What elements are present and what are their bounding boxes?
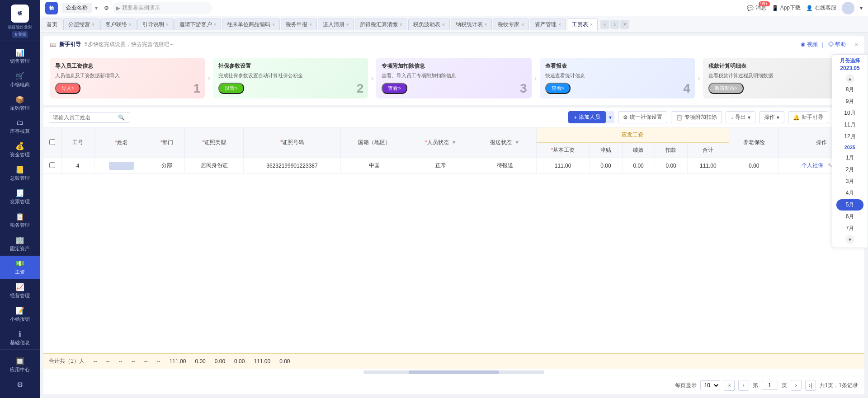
employee-search[interactable]: 🔍 [49, 112, 130, 123]
tab-asset-mgmt-close[interactable]: × [558, 22, 561, 27]
search-icon[interactable]: 🔍 [118, 114, 125, 121]
month-up-btn[interactable]: ▲ [845, 74, 854, 83]
tab-product-code-close[interactable]: × [272, 22, 275, 27]
sidebar-item-basic[interactable]: ℹ 基础信息 [0, 326, 40, 349]
sidebar-item-settings[interactable]: ⚙ [0, 377, 40, 393]
user-avatar[interactable] [842, 2, 854, 14]
horizontal-scrollbar[interactable] [43, 369, 864, 376]
page-next-btn[interactable]: › [791, 380, 802, 391]
sidebar-item-ledger[interactable]: 📒 总账管理 [0, 162, 40, 185]
tab-salary[interactable]: 工资表 × [567, 19, 598, 31]
company-selector[interactable]: 企业名称 ▾ [61, 3, 98, 13]
tab-next-btn[interactable]: › [610, 20, 619, 29]
sidebar-item-sales[interactable]: 📊 销售管理 [0, 45, 40, 68]
sidebar-item-finance[interactable]: 💰 资金管理 [0, 138, 40, 162]
tab-tax-calc-close[interactable]: × [400, 22, 402, 27]
sidebar-item-report[interactable]: 📝 小畅报销 [0, 303, 40, 326]
settings-btn[interactable]: ⚙ [104, 5, 109, 11]
social-setting-btn[interactable]: ⚙ 统一社保设置 [618, 111, 667, 123]
search-input[interactable] [53, 114, 116, 121]
company-dropdown-icon[interactable]: ▾ [95, 5, 98, 11]
tab-clear-close[interactable]: × [346, 22, 349, 27]
sidebar-item-operation[interactable]: 📈 经营管理 [0, 279, 40, 303]
month-past-10[interactable]: 10月 [836, 108, 863, 119]
month-1[interactable]: 1月 [836, 152, 863, 164]
month-6[interactable]: 6月 [836, 211, 863, 222]
sidebar-item-salary[interactable]: 💵 工资 [0, 256, 40, 279]
tab-invite[interactable]: 邀请下游客户 × [175, 19, 222, 30]
tab-product-code[interactable]: 往来单位商品编码 × [222, 19, 280, 30]
tab-tax-calc[interactable]: 所得税汇算清缴 × [355, 19, 407, 30]
guide-help-link[interactable]: ◎ 帮助 [828, 41, 846, 48]
tab-guide[interactable]: 引导说明 × [137, 19, 174, 30]
sidebar-item-purchase[interactable]: 📦 采购管理 [0, 92, 40, 115]
guide-video-link[interactable]: ◉ 视频 [801, 41, 817, 48]
month-7[interactable]: 7月 [836, 223, 863, 234]
tab-prev-btn[interactable]: ‹ [600, 20, 609, 29]
status-filter-icon[interactable]: ▼ [451, 139, 457, 145]
page-size-select[interactable]: 10 20 50 [700, 380, 720, 390]
month-past-9[interactable]: 9月 [836, 96, 863, 107]
user-name-btn[interactable]: ▾ [860, 5, 863, 11]
tab-tax-stats[interactable]: 纳税统计表 × [451, 19, 492, 30]
add-employee-dropdown-btn[interactable]: ▾ [606, 111, 614, 123]
month-4[interactable]: 4月 [836, 187, 863, 199]
scroll-thumb[interactable] [409, 370, 499, 374]
sidebar-item-inventory[interactable]: 🗂 库存核算 [0, 115, 40, 138]
step-5-btn[interactable]: 敬请期待> [708, 83, 744, 94]
sidebar-item-assets[interactable]: 🏢 固定资产 [0, 232, 40, 256]
step-4-btn[interactable]: 查看> [545, 83, 571, 94]
month-3[interactable]: 3月 [836, 176, 863, 187]
tab-tax-expert-close[interactable]: × [521, 22, 524, 27]
tab-tax-report[interactable]: 税务申报 × [281, 19, 317, 30]
online-service-btn[interactable]: 👤 在线客服 [806, 4, 836, 12]
select-all-checkbox[interactable] [49, 139, 55, 145]
tab-tax-expert[interactable]: 税收专家 × [493, 19, 529, 30]
app-download-btn[interactable]: 📱 App下载 [772, 4, 801, 12]
sidebar-item-invoice[interactable]: 🧾 发票管理 [0, 185, 40, 209]
month-past-12[interactable]: 12月 [836, 131, 863, 142]
message-btn[interactable]: 💬 消息 99+ [747, 4, 766, 12]
op-social-btn[interactable]: 个人社保 [802, 162, 823, 169]
tab-asset-mgmt[interactable]: 资产管理 × [530, 19, 566, 30]
month-down-btn[interactable]: ▼ [845, 235, 854, 244]
month-past-8[interactable]: 8月 [836, 84, 863, 95]
demo-search[interactable]: ▶ 我要看实例演示 [113, 2, 212, 14]
step-1-btn[interactable]: 导入> [55, 83, 80, 94]
tab-tax-report-close[interactable]: × [309, 22, 312, 27]
sidebar-item-apply[interactable]: 🔲 应用中心 [0, 353, 40, 377]
report-status-filter-icon[interactable]: ▼ [514, 139, 520, 145]
month-5[interactable]: 5月 [836, 199, 863, 211]
tab-salary-close[interactable]: × [590, 22, 593, 27]
page-prev-btn[interactable]: ‹ [738, 380, 749, 391]
step-3-btn[interactable]: 查看> [382, 83, 407, 94]
export-btn[interactable]: ↓ 导出 ▾ [726, 111, 755, 123]
new-guide-btn[interactable]: 🔔 新手引导 [788, 111, 828, 123]
page-first-btn[interactable]: |‹ [724, 380, 735, 391]
tab-tax-stats-close[interactable]: × [485, 22, 487, 27]
tab-close-all-btn[interactable]: × [620, 20, 629, 29]
step-2-btn[interactable]: 设置> [218, 83, 244, 94]
month-past-11[interactable]: 11月 [836, 119, 863, 131]
tab-invite-close[interactable]: × [214, 22, 217, 27]
tab-guide-close[interactable]: × [166, 22, 169, 27]
page-last-btn[interactable]: ›| [805, 380, 816, 391]
add-employee-btn[interactable]: + 添加人员 [568, 111, 606, 123]
page-input[interactable] [762, 381, 778, 390]
sidebar-item-ecommerce[interactable]: 🛒 小畅电商 [0, 68, 40, 92]
tab-segment[interactable]: 分层经营 × [63, 19, 99, 30]
tab-home[interactable]: 首页 [42, 19, 62, 30]
special-deduct-btn[interactable]: 📋 专项附加扣除 [671, 111, 722, 123]
row-checkbox[interactable] [49, 162, 55, 168]
tab-customer[interactable]: 客户联络 × [100, 19, 137, 30]
tab-tax-discount-close[interactable]: × [442, 22, 445, 27]
tab-clear[interactable]: 进入清册 × [318, 19, 354, 30]
tab-customer-close[interactable]: × [129, 22, 132, 27]
tab-segment-close[interactable]: × [92, 22, 94, 27]
month-2[interactable]: 2月 [836, 164, 863, 175]
tab-tax-discount[interactable]: 税负波动表 × [408, 19, 450, 30]
sidebar-item-tax[interactable]: 📋 税务管理 [0, 209, 40, 232]
operations-btn[interactable]: 操作 ▾ [759, 111, 784, 123]
th-checkbox [43, 127, 61, 158]
guide-close-btn[interactable]: × [855, 42, 858, 48]
